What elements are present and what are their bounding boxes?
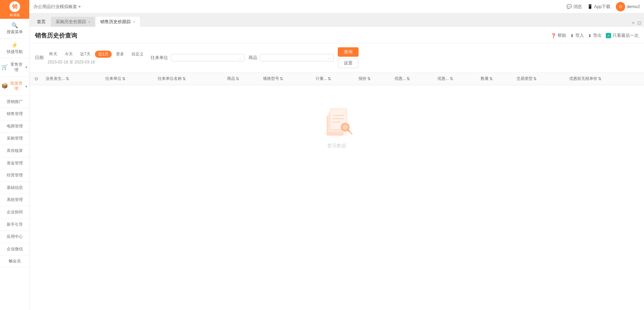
date-btn-yesterday[interactable]: 昨天 [46, 50, 60, 58]
search-area: 日期 昨天 今天 近7天 近1月 更多 自定义 2023-02-18 至 202… [30, 43, 644, 72]
help-label: 帮助 [557, 33, 566, 39]
sidebar: 销 标准版 🔍 搜索菜单 ⚡ 快捷导航 🛒 零售管理 ▼ 📦 批发管理 ▲ 营销… [0, 0, 30, 310]
date-btn-more[interactable]: 更多 [113, 50, 127, 58]
user-profile[interactable]: D demo2 [616, 2, 640, 11]
tab-purchase-history[interactable]: 采购历史价跟踪 × [51, 17, 95, 27]
th-biz-date[interactable]: 业务发生... ⇅ [43, 72, 103, 85]
th-tax-price-label: 优惠前无税单价 [569, 76, 597, 82]
sidebar-item-label: 经营管理 [7, 173, 23, 178]
tab-close-sales[interactable]: × [133, 20, 135, 24]
th-discount1-label: 优惠... [394, 76, 406, 82]
th-discount2[interactable]: 优惠... ⇅ [435, 72, 478, 85]
sidebar-item-sales-mgmt[interactable]: 销售管理 [0, 108, 30, 120]
th-quote-label: 报价 [359, 76, 367, 82]
sidebar-item-finance-mgmt[interactable]: 资金管理 [0, 157, 30, 170]
partner-filter-row: 往来单位 ... [151, 54, 245, 61]
topbar-actions: 💬 消息 📱 App下载 D demo2 [567, 2, 640, 11]
empty-icon [320, 105, 354, 139]
page-header: 销售历史价查询 ❓ 帮助 ⬆ 导入 ⬇ 导出 ✓ 只看最后一次 [30, 27, 644, 43]
gear-icon[interactable]: ⚙ [34, 76, 39, 82]
tabs-right-actions: × ⊡ [632, 20, 641, 27]
th-discount2-label: 优惠... [437, 76, 449, 82]
sidebar-item-label: 快捷导航 [7, 49, 23, 55]
tab-close-purchase[interactable]: × [88, 20, 90, 24]
sidebar-item-new-guide[interactable]: 新手引导 [0, 219, 30, 231]
th-qty[interactable]: 数量 ⇅ [478, 72, 514, 85]
th-trade-type[interactable]: 交易类型 ⇅ [514, 72, 567, 85]
date-btn-today[interactable]: 今天 [62, 50, 76, 58]
sort-icon: ⇅ [280, 76, 283, 81]
quick-nav-icon: ⚡ [11, 42, 18, 48]
th-biz-date-label: 业务发生... [46, 76, 65, 82]
sidebar-item-retail-mgmt[interactable]: 🛒 零售管理 ▼ [0, 58, 30, 77]
sidebar-item-purchase-mgmt[interactable]: 采购管理 [0, 133, 30, 145]
window-close-icon[interactable]: × [632, 20, 635, 25]
sidebar-item-quick-nav[interactable]: ⚡ 快捷导航 [0, 39, 30, 58]
sidebar-item-app-center[interactable]: 应用中心 [0, 231, 30, 243]
settings-button[interactable]: 设置 [338, 58, 359, 68]
th-partner-name-label: 往来单位名称 [158, 76, 182, 82]
sort-icon: ⇅ [489, 76, 493, 81]
sidebar-item-label: 企业微信 [7, 247, 23, 252]
import-icon: ⬆ [570, 33, 574, 38]
tab-home[interactable]: 首页 [32, 17, 50, 27]
date-btn-1month[interactable]: 近1月 [95, 51, 112, 58]
th-unit[interactable]: 计量... ⇅ [313, 72, 356, 85]
sidebar-item-search-menu[interactable]: 🔍 搜索菜单 [0, 19, 30, 39]
sidebar-item-inventory[interactable]: 库存核算 [0, 145, 30, 157]
sidebar-item-ecommerce-mgmt[interactable]: 电商管理 [0, 120, 30, 133]
th-partner-code-label: 往来单位 [105, 76, 121, 82]
only-last-label: 只看最后一次 [612, 33, 639, 39]
query-button[interactable]: 查询 [338, 47, 359, 57]
chevron-up-icon: ▲ [25, 84, 28, 88]
th-spec[interactable]: 规格型号 ⇅ [260, 72, 313, 85]
export-label: 导出 [593, 33, 602, 39]
message-icon: 💬 [567, 4, 572, 9]
wholesale-icon: 📦 [1, 83, 8, 89]
sidebar-item-label: 零售管理 [9, 62, 24, 72]
message-action[interactable]: 💬 消息 [567, 4, 582, 10]
th-discount1[interactable]: 优惠... ⇅ [392, 72, 435, 85]
app-logo: 销 标准版 [0, 0, 30, 19]
sidebar-item-label: 批发管理 [9, 81, 24, 91]
table-container: ⚙ 业务发生... ⇅ 往来单位 ⇅ [30, 72, 644, 310]
th-tax-price[interactable]: 优惠前无税单价 ⇅ [567, 72, 644, 85]
help-action[interactable]: ❓ 帮助 [551, 33, 566, 39]
date-btn-custom[interactable]: 自定义 [128, 50, 147, 58]
sidebar-item-enterprise-wechat[interactable]: 企业微信 [0, 243, 30, 256]
th-quote[interactable]: 报价 ⇅ [356, 72, 392, 85]
sort-icon: ⇅ [328, 76, 331, 81]
th-partner-name[interactable]: 往来单位名称 ⇅ [155, 72, 224, 85]
sidebar-item-label: 新手引导 [7, 222, 23, 227]
import-action[interactable]: ⬆ 导入 [570, 33, 584, 39]
app-download-action[interactable]: 📱 App下载 [587, 4, 610, 10]
only-last-checkbox[interactable]: ✓ 只看最后一次 [606, 33, 639, 39]
sort-icon: ⇅ [407, 76, 410, 81]
sidebar-item-enterprise-collab[interactable]: 企业协同 [0, 206, 30, 219]
window-expand-icon[interactable]: ⊡ [637, 20, 641, 25]
tab-sales-history[interactable]: 销售历史价跟踪 × [96, 17, 140, 27]
th-partner-code[interactable]: 往来单位 ⇅ [103, 72, 155, 85]
sidebar-item-base-info[interactable]: 基础信息 [0, 182, 30, 194]
topbar-title: 办公用品行业模拟账套 ▾ [34, 4, 564, 10]
export-action[interactable]: ⬇ 导出 [588, 33, 602, 39]
action-buttons: 查询 设置 [338, 47, 359, 68]
user-name: demo2 [627, 4, 640, 9]
sidebar-item-vip-member[interactable]: 畅会员 [0, 255, 30, 268]
page-header-actions: ❓ 帮助 ⬆ 导入 ⬇ 导出 ✓ 只看最后一次 [551, 33, 639, 39]
date-btn-7days[interactable]: 近7天 [77, 50, 94, 58]
svg-line-10 [347, 130, 350, 132]
product-input[interactable]: ... [260, 54, 334, 61]
product-filter-row: 商品 ... [249, 54, 334, 61]
sidebar-item-marketing[interactable]: 营销推广 [0, 96, 30, 108]
sort-icon: ⇅ [122, 76, 125, 81]
help-icon: ❓ [551, 33, 556, 38]
sidebar-item-system-mgmt[interactable]: 系统管理 [0, 194, 30, 206]
avatar: D [616, 2, 625, 11]
sidebar-item-ops-mgmt[interactable]: 经营管理 [0, 169, 30, 182]
sidebar-item-wholesale-mgmt[interactable]: 📦 批发管理 ▲ [0, 77, 30, 96]
partner-input[interactable]: ... [171, 54, 245, 61]
dropdown-icon[interactable]: ▾ [78, 4, 81, 9]
th-product[interactable]: 商品 ⇅ [224, 72, 260, 85]
sidebar-item-label: 销售管理 [7, 111, 23, 117]
